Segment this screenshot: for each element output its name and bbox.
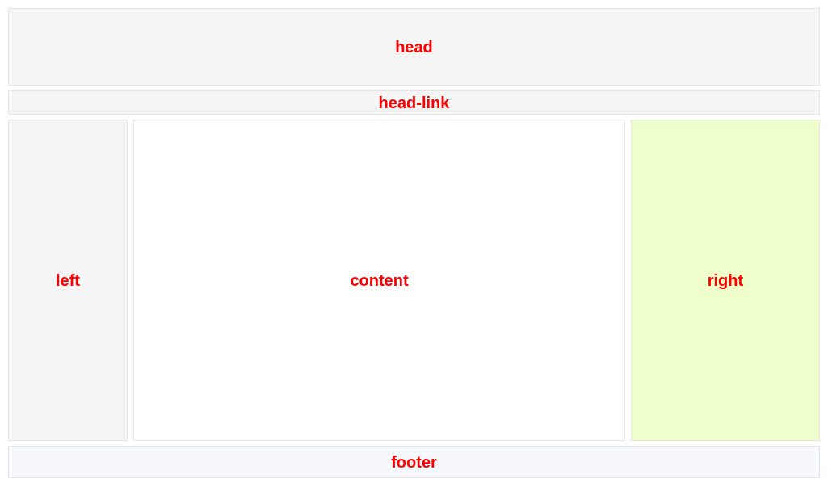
head-region: head bbox=[8, 8, 820, 86]
right-region: right bbox=[631, 120, 820, 441]
footer-label: footer bbox=[391, 453, 437, 472]
middle-row: left content right bbox=[8, 120, 820, 441]
head-label: head bbox=[395, 38, 433, 57]
head-link-label: head-link bbox=[379, 94, 450, 112]
layout-container: head head-link left content right footer bbox=[8, 8, 820, 478]
right-label: right bbox=[708, 271, 743, 290]
left-label: left bbox=[56, 271, 80, 290]
left-region: left bbox=[8, 120, 128, 441]
content-region: content bbox=[133, 120, 625, 441]
footer-region: footer bbox=[8, 446, 820, 478]
head-link-region: head-link bbox=[8, 90, 820, 115]
content-label: content bbox=[350, 271, 408, 290]
